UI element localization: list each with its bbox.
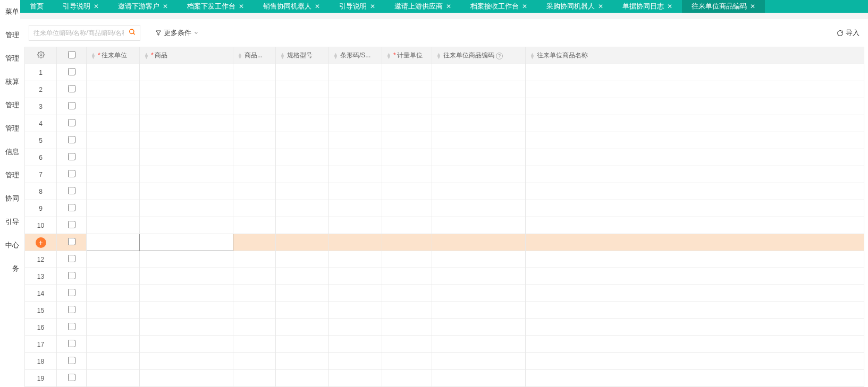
left-nav-item[interactable]: 菜单 (0, 0, 20, 23)
cell[interactable] (87, 336, 140, 353)
cell[interactable] (87, 183, 140, 200)
header-partner-name[interactable]: ▲▼往来单位商品名称 (526, 47, 864, 64)
cell[interactable] (140, 285, 233, 302)
cell[interactable] (276, 302, 329, 319)
cell[interactable] (276, 268, 329, 285)
cell[interactable] (276, 183, 329, 200)
table-row[interactable]: 16 (25, 319, 864, 336)
table-row[interactable]: 18 (25, 353, 864, 370)
cell[interactable] (87, 302, 140, 319)
cell[interactable] (276, 336, 329, 353)
cell[interactable] (526, 234, 864, 251)
cell[interactable] (140, 234, 233, 251)
row-checkbox[interactable] (68, 357, 75, 364)
cell[interactable] (233, 353, 276, 370)
cell[interactable] (276, 234, 329, 251)
cell[interactable] (382, 234, 432, 251)
tab[interactable]: 邀请下游客户✕ (108, 0, 178, 13)
cell[interactable] (382, 336, 432, 353)
cell[interactable] (140, 217, 233, 234)
cell[interactable] (526, 64, 864, 81)
cell[interactable] (432, 234, 526, 251)
cell[interactable] (140, 149, 233, 166)
table-row[interactable]: 1 (25, 64, 864, 81)
cell[interactable] (432, 268, 526, 285)
cell[interactable] (382, 370, 432, 387)
row-checkbox[interactable] (68, 119, 75, 126)
header-barcode[interactable]: ▲▼条形码/S... (329, 47, 382, 64)
tab[interactable]: 采购协同机器人✕ (537, 0, 613, 13)
row-checkbox[interactable] (68, 238, 75, 245)
table-row[interactable]: 4 (25, 115, 864, 132)
row-checkbox[interactable] (68, 136, 75, 143)
cell[interactable] (87, 115, 140, 132)
table-row[interactable]: 12 (25, 251, 864, 268)
cell[interactable] (329, 336, 382, 353)
row-checkbox[interactable] (68, 340, 75, 347)
cell[interactable] (382, 132, 432, 149)
cell[interactable] (276, 132, 329, 149)
cell[interactable] (276, 353, 329, 370)
cell[interactable] (233, 132, 276, 149)
cell[interactable] (87, 319, 140, 336)
cell[interactable] (233, 285, 276, 302)
cell[interactable] (432, 200, 526, 217)
cell[interactable] (87, 166, 140, 183)
row-checkbox[interactable] (68, 374, 75, 381)
cell[interactable] (140, 336, 233, 353)
cell[interactable] (432, 98, 526, 115)
help-icon[interactable]: ? (496, 53, 503, 59)
left-nav-item[interactable]: 核算 (0, 70, 20, 93)
cell[interactable] (87, 251, 140, 268)
cell[interactable] (87, 132, 140, 149)
cell[interactable] (233, 336, 276, 353)
select-all-checkbox[interactable] (68, 51, 75, 58)
header-spec[interactable]: ▲▼规格型号 (276, 47, 329, 64)
cell[interactable] (382, 166, 432, 183)
cell[interactable] (382, 285, 432, 302)
close-icon[interactable]: ✕ (750, 3, 755, 10)
table-row[interactable]: 15 (25, 302, 864, 319)
cell[interactable] (432, 64, 526, 81)
cell[interactable] (432, 149, 526, 166)
row-checkbox[interactable] (68, 68, 75, 75)
table-row[interactable]: 13 (25, 268, 864, 285)
left-nav-item[interactable]: 管理 (0, 117, 20, 140)
cell[interactable] (432, 353, 526, 370)
close-icon[interactable]: ✕ (239, 3, 244, 10)
cell[interactable] (233, 183, 276, 200)
cell[interactable] (329, 217, 382, 234)
cell[interactable] (526, 115, 864, 132)
close-icon[interactable]: ✕ (522, 3, 527, 10)
cell[interactable] (432, 166, 526, 183)
tab[interactable]: 首页 (20, 0, 53, 13)
cell[interactable] (329, 166, 382, 183)
row-checkbox[interactable] (68, 289, 75, 296)
cell[interactable] (329, 183, 382, 200)
header-measure[interactable]: ▲▼*计量单位 (382, 47, 432, 64)
cell[interactable] (329, 251, 382, 268)
cell[interactable] (382, 302, 432, 319)
cell[interactable] (87, 98, 140, 115)
cell[interactable] (526, 251, 864, 268)
table-row[interactable]: 19 (25, 370, 864, 387)
cell[interactable] (526, 353, 864, 370)
cell[interactable] (329, 115, 382, 132)
tab[interactable]: 引导说明✕ (53, 0, 108, 13)
cell[interactable] (276, 64, 329, 81)
cell[interactable] (382, 319, 432, 336)
cell[interactable] (87, 234, 140, 251)
header-settings[interactable] (25, 47, 57, 64)
header-goods[interactable]: ▲▼*商品 (140, 47, 233, 64)
cell[interactable] (329, 98, 382, 115)
cell[interactable] (276, 200, 329, 217)
cell[interactable] (233, 302, 276, 319)
cell[interactable] (329, 234, 382, 251)
cell[interactable] (329, 353, 382, 370)
table-row[interactable]: 9 (25, 200, 864, 217)
cell[interactable] (329, 302, 382, 319)
cell[interactable] (140, 353, 233, 370)
cell[interactable] (329, 370, 382, 387)
tab[interactable]: 档案接收工作台✕ (461, 0, 537, 13)
cell[interactable] (329, 132, 382, 149)
